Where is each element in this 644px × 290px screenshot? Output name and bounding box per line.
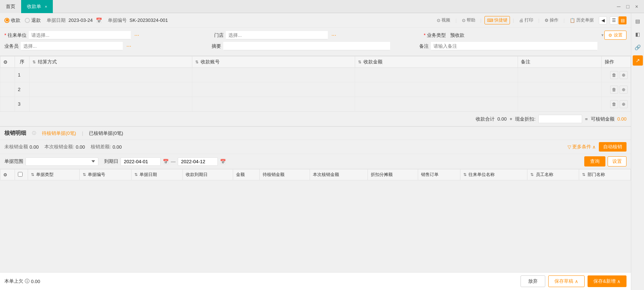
abandon-button[interactable]: 放弃 [521,275,545,287]
form-settings-button[interactable]: ⚙ 设置 [604,31,627,40]
view-toggle: ☰ ▤ [610,16,627,24]
row-1-remark[interactable] [518,68,602,82]
nuclear-settings-button[interactable]: 设置 [608,156,627,166]
minimize-button[interactable]: ─ [615,4,622,9]
remark-field: 备注 [419,42,597,50]
print-label: 打印 [525,17,533,23]
counterpart-input[interactable] [29,31,131,39]
remark-input[interactable] [431,42,597,50]
nth-counterpart: ⇅ 往来单位名称 [460,169,527,180]
row-2-amount[interactable] [355,82,518,97]
nth-settings[interactable]: ⚙ [0,169,15,180]
store-input[interactable] [226,31,328,39]
th-account: ⇅ 收款账号 [192,56,355,68]
diff-info: 核销差额: 0.00 [91,144,122,150]
filter-due-end-input[interactable] [178,157,218,166]
save-new-chevron: ∧ [617,279,621,284]
tab-bar: 首页 收款单 × ─ □ × [0,0,644,13]
video-button[interactable]: ⊙ 视频 [435,16,452,24]
sidebar-expand-icon[interactable]: ↗ [633,55,643,66]
row-3-settlement[interactable] [30,97,192,111]
counterpart-more-icon[interactable]: ··· [133,32,141,39]
row-3-delete-icon[interactable]: 🗑 [610,100,618,108]
print-button[interactable]: 🖨 打印 [517,16,535,24]
select-all-checkbox[interactable] [18,172,23,177]
row-3-remark[interactable] [518,97,602,111]
tab-active[interactable]: 收款单 × [21,0,53,13]
th-settlement: ⇅ 结算方式 [30,56,192,68]
row-1-copy-icon[interactable]: ⊕ [620,71,628,79]
sidebar-table-icon[interactable]: ▤ [633,16,643,26]
main-content: 收款 退款 单据日期 2023-03-24 📅 单据编号 SK-20230324… [0,13,631,290]
view-grid[interactable]: ▤ [619,16,627,24]
base-value: 0.00 [31,279,40,284]
summary-input[interactable] [223,42,390,50]
filter-icon: ▽ [568,144,571,150]
row-3-copy-icon[interactable]: ⊕ [620,100,628,108]
nav-prev[interactable]: ◀ [599,16,607,24]
diff-label: 核销差额: [91,144,111,150]
row-2-account[interactable] [192,82,355,97]
auto-cancel-button[interactable]: 自动核销 [599,142,627,152]
sidebar-layout-icon[interactable]: ◧ [633,29,643,39]
discount-input[interactable] [538,115,582,123]
biz-type-dropdown-icon[interactable]: ▼ [601,33,604,37]
bottom-bar: 本单上欠 ⓘ 0.00 放弃 保存草稿 ∧ 保存&新增 ∧ [0,272,631,290]
row-1-delete-icon[interactable]: 🗑 [610,71,618,79]
staff-more-icon[interactable]: ··· [125,43,133,50]
nuclear-tab-pending[interactable]: 待核销单据(0笔) [42,130,76,137]
filter-range-select[interactable] [25,157,98,166]
nuclear-info-icon[interactable]: ⓘ [32,130,36,136]
available-value: 0.00 [617,116,627,122]
row-3-amount[interactable] [355,97,518,111]
query-button[interactable]: 查询 [584,156,605,166]
calendar-icon[interactable]: 📅 [96,17,102,23]
nuclear-section: 核销明细 ⓘ 待核销单据(0笔) | 已核销单据(0笔) 未核销金额 0.00 … [0,126,631,272]
table-area: ⚙ 序 ⇅ 结算方式 ⇅ 收款账号 ⇅ [0,56,631,111]
history-button[interactable]: 📋 历史单据 [568,16,596,24]
maximize-button[interactable]: □ [625,4,631,9]
filter-due-start-input[interactable] [121,157,161,166]
calendar-start-icon[interactable]: 📅 [163,159,169,164]
help-label: 帮助 [467,17,475,23]
row-1-account[interactable] [192,68,355,82]
history-icon: 📋 [570,18,575,23]
view-list[interactable]: ☰ [610,16,618,24]
shortcut-button[interactable]: ⌨ 快捷键 [484,16,510,24]
base-label: 本单上欠 [4,278,23,285]
more-conditions-button[interactable]: ▽ 更多条件 ∧ [568,144,596,150]
radio-receive-dot [4,18,9,23]
sidebar-link-icon[interactable]: 🔗 [633,42,643,52]
radio-refund[interactable]: 退款 [25,17,41,24]
nuclear-table-wrap: ⚙ ⇅ 单据类型 ⇅ 单据编号 [0,169,631,272]
payment-type-group: 收款 退款 [4,17,41,24]
tab-close-icon[interactable]: × [45,0,47,13]
operation-button[interactable]: ⚙ 操作 [542,16,561,24]
row-2-copy-icon[interactable]: ⊕ [620,86,628,94]
store-more-icon[interactable]: ··· [330,32,338,39]
row-3-account[interactable] [192,97,355,111]
row-1-amount[interactable] [355,68,518,82]
row-2-remark[interactable] [518,82,602,97]
save-draft-chevron: ∧ [575,279,578,284]
row-1-settlement[interactable] [30,68,192,82]
info-icon[interactable]: ⓘ [25,278,30,285]
right-sidebar: ▤ ◧ 🔗 ↗ [631,13,644,290]
row-settings-cell [0,68,15,82]
close-button[interactable]: × [634,4,640,9]
row-2-delete-icon[interactable]: 🗑 [610,86,618,94]
th-settings[interactable]: ⚙ [0,56,15,68]
settings-gear-icon: ⚙ [608,33,612,38]
calendar-end-icon[interactable]: 📅 [220,159,226,164]
help-button[interactable]: ⊙ 帮助 [460,16,478,24]
row-2-settlement[interactable] [30,82,192,97]
settings-label: 设置 [614,32,623,38]
nth-sales-order: 销售订单 [418,169,460,180]
radio-receive[interactable]: 收款 [4,17,20,24]
nuclear-table: ⚙ ⇅ 单据类型 ⇅ 单据编号 [0,169,631,180]
staff-input[interactable] [21,42,123,50]
save-new-button[interactable]: 保存&新增 ∧ [588,275,627,287]
save-draft-button[interactable]: 保存草稿 ∧ [548,275,585,287]
nuclear-tab-done[interactable]: 已核销单据(0笔) [89,130,123,137]
tab-home[interactable]: 首页 [0,0,21,13]
